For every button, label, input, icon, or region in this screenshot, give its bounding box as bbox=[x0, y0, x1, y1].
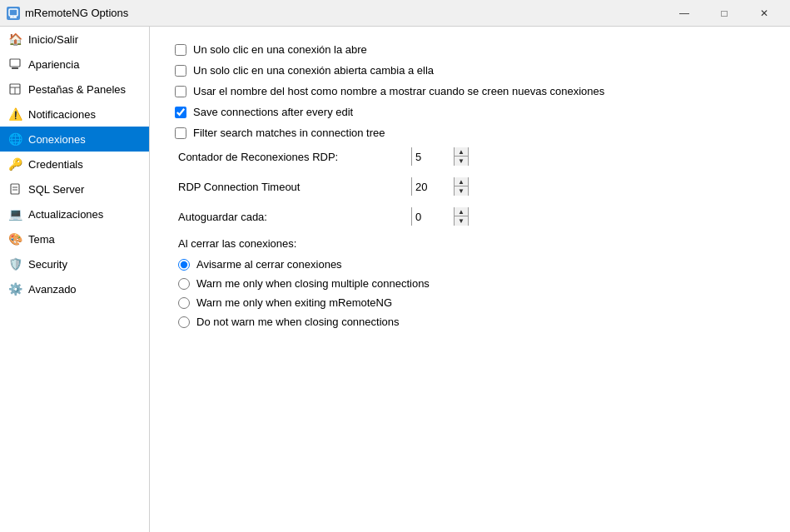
checkbox-row-5: Filter search matches in connection tree bbox=[175, 127, 765, 139]
checkbox-hostname-display[interactable] bbox=[175, 86, 186, 97]
checkbox-row-1: Un solo clic en una conexión la abre bbox=[175, 43, 765, 56]
checkbox-label-3[interactable]: Usar el nombre del host como nombre a mo… bbox=[193, 85, 604, 97]
spinner-buttons-reconexiones: ▲ ▼ bbox=[454, 147, 468, 166]
checkbox-label-4[interactable]: Save connections after every edit bbox=[193, 106, 353, 118]
field-row-timeout: RDP Connection Timeout ▲ ▼ bbox=[175, 177, 765, 196]
radio-label-4[interactable]: Do not warn me when closing connections bbox=[196, 316, 400, 328]
spinner-buttons-timeout: ▲ ▼ bbox=[454, 177, 468, 196]
spinner-down-reconexiones[interactable]: ▼ bbox=[455, 157, 468, 166]
sidebar-item-sql[interactable]: SQL Server bbox=[0, 177, 149, 201]
field-row-reconexiones: Contador de Reconexiones RDP: ▲ ▼ bbox=[175, 147, 765, 166]
app-icon bbox=[7, 7, 20, 20]
sidebar-item-avanzado[interactable]: ⚙️ Avanzado bbox=[0, 276, 149, 301]
avanzado-icon: ⚙️ bbox=[8, 282, 22, 296]
sidebar-label-inicio: Inicio/Salir bbox=[28, 33, 78, 46]
sidebar-item-credentials[interactable]: 🔑 Credentials bbox=[0, 152, 149, 177]
closing-section-label: Al cerrar las conexiones: bbox=[175, 237, 765, 250]
title-bar: mRemoteNG Options — □ ✕ bbox=[0, 0, 790, 27]
radio-row-1: Avisarme al cerrar conexiones bbox=[178, 258, 765, 271]
radio-do-not-warn[interactable] bbox=[178, 316, 190, 328]
checkbox-row-3: Usar el nombre del host como nombre a mo… bbox=[175, 85, 765, 97]
sidebar-label-security: Security bbox=[28, 258, 67, 271]
spinner-input-timeout[interactable] bbox=[412, 177, 454, 196]
radio-warn-multiple[interactable] bbox=[178, 278, 190, 290]
svg-rect-0 bbox=[9, 9, 17, 16]
actualizaciones-icon: 💻 bbox=[8, 207, 22, 221]
radio-label-2[interactable]: Warn me only when closing multiple conne… bbox=[196, 277, 430, 290]
checkbox-row-4: Save connections after every edit bbox=[175, 106, 765, 118]
field-label-autoguardar: Autoguardar cada: bbox=[178, 211, 411, 223]
sidebar-item-conexiones[interactable]: 🌐 Conexiones bbox=[0, 127, 149, 152]
sql-icon bbox=[8, 182, 22, 196]
sidebar-label-tema: Tema bbox=[28, 233, 55, 246]
sidebar-item-apariencia[interactable]: Apariencia bbox=[0, 52, 149, 77]
window-controls: — □ ✕ bbox=[665, 3, 783, 23]
security-icon: 🛡️ bbox=[8, 257, 22, 271]
sidebar-label-sql: SQL Server bbox=[28, 183, 84, 196]
svg-rect-9 bbox=[11, 184, 19, 194]
checkbox-label-1[interactable]: Un solo clic en una conexión la abre bbox=[193, 43, 367, 56]
sidebar-item-security[interactable]: 🛡️ Security bbox=[0, 251, 149, 276]
main-content: 🏠 Inicio/Salir Apariencia Pestañas & Pan… bbox=[0, 27, 790, 532]
sidebar-label-actualizaciones: Actualizaciones bbox=[28, 208, 103, 221]
sidebar-label-pestanas: Pestañas & Paneles bbox=[28, 83, 126, 96]
credentials-icon: 🔑 bbox=[8, 157, 22, 171]
spinner-up-timeout[interactable]: ▲ bbox=[455, 177, 468, 186]
radio-label-3[interactable]: Warn me only when exiting mRemoteNG bbox=[196, 296, 392, 309]
maximize-button[interactable]: □ bbox=[705, 3, 743, 23]
inicio-icon: 🏠 bbox=[8, 32, 22, 46]
title-bar-left: mRemoteNG Options bbox=[7, 7, 128, 20]
spinner-up-reconexiones[interactable]: ▲ bbox=[455, 147, 468, 157]
spinner-input-reconexiones[interactable] bbox=[412, 147, 454, 166]
spinner-input-autoguardar[interactable] bbox=[412, 207, 454, 226]
checkbox-single-click-switch[interactable] bbox=[175, 65, 186, 77]
radio-group-closing: Avisarme al cerrar conexiones Warn me on… bbox=[175, 258, 765, 328]
sidebar-item-pestanas[interactable]: Pestañas & Paneles bbox=[0, 77, 149, 102]
tema-icon: 🎨 bbox=[8, 232, 22, 246]
sidebar-item-actualizaciones[interactable]: 💻 Actualizaciones bbox=[0, 201, 149, 226]
sidebar-item-tema[interactable]: 🎨 Tema bbox=[0, 226, 149, 251]
radio-row-2: Warn me only when closing multiple conne… bbox=[178, 277, 765, 290]
radio-row-4: Do not warn me when closing connections bbox=[178, 316, 765, 328]
sidebar: 🏠 Inicio/Salir Apariencia Pestañas & Pan… bbox=[0, 27, 150, 532]
checkbox-single-click-open[interactable] bbox=[175, 44, 186, 56]
checkbox-label-2[interactable]: Un solo clic en una conexión abierta cam… bbox=[193, 64, 434, 77]
radio-row-3: Warn me only when exiting mRemoteNG bbox=[178, 296, 765, 309]
field-row-autoguardar: Autoguardar cada: ▲ ▼ bbox=[175, 207, 765, 226]
sidebar-label-credentials: Credentials bbox=[28, 158, 83, 171]
sidebar-label-avanzado: Avanzado bbox=[28, 283, 77, 296]
radio-avisarme[interactable] bbox=[178, 259, 190, 271]
sidebar-item-notificaciones[interactable]: ⚠️ Notificaciones bbox=[0, 102, 149, 127]
close-button[interactable]: ✕ bbox=[745, 3, 783, 23]
checkbox-label-5[interactable]: Filter search matches in connection tree bbox=[193, 127, 385, 139]
checkbox-row-2: Un solo clic en una conexión abierta cam… bbox=[175, 64, 765, 77]
minimize-button[interactable]: — bbox=[665, 3, 703, 23]
sidebar-label-notificaciones: Notificaciones bbox=[28, 108, 96, 121]
spinner-down-autoguardar[interactable]: ▼ bbox=[455, 216, 468, 226]
pestanas-icon bbox=[8, 82, 22, 96]
field-label-timeout: RDP Connection Timeout bbox=[178, 181, 411, 193]
radio-label-1[interactable]: Avisarme al cerrar conexiones bbox=[196, 258, 342, 271]
content-panel: Un solo clic en una conexión la abre Un … bbox=[150, 27, 790, 532]
sidebar-item-inicio[interactable]: 🏠 Inicio/Salir bbox=[0, 27, 149, 52]
notificaciones-icon: ⚠️ bbox=[8, 107, 22, 121]
svg-rect-4 bbox=[10, 59, 20, 67]
sidebar-label-apariencia: Apariencia bbox=[28, 58, 79, 71]
spinner-up-autoguardar[interactable]: ▲ bbox=[455, 207, 468, 216]
window-title: mRemoteNG Options bbox=[25, 7, 128, 19]
spinner-autoguardar: ▲ ▼ bbox=[411, 207, 469, 226]
radio-warn-exiting[interactable] bbox=[178, 297, 190, 309]
apariencia-icon bbox=[8, 57, 22, 71]
checkbox-save-connections[interactable] bbox=[175, 107, 186, 118]
spinner-reconexiones: ▲ ▼ bbox=[411, 147, 469, 166]
checkbox-filter-search[interactable] bbox=[175, 127, 186, 139]
spinner-down-timeout[interactable]: ▼ bbox=[455, 186, 468, 196]
field-label-reconexiones: Contador de Reconexiones RDP: bbox=[178, 151, 411, 163]
svg-rect-5 bbox=[12, 67, 18, 69]
sidebar-label-conexiones: Conexiones bbox=[28, 133, 86, 146]
spinner-timeout: ▲ ▼ bbox=[411, 177, 469, 196]
spinner-buttons-autoguardar: ▲ ▼ bbox=[454, 207, 468, 226]
conexiones-icon: 🌐 bbox=[8, 132, 22, 146]
